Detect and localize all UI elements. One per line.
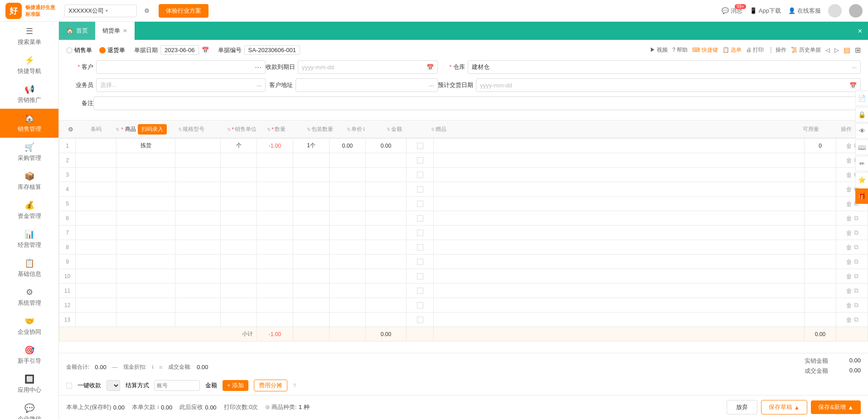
gift-checkbox[interactable] (417, 201, 423, 207)
cell-unit[interactable] (221, 284, 257, 298)
one-click-pay-checkbox[interactable] (66, 383, 72, 389)
fee-split-btn[interactable]: 费用分摊 (254, 380, 287, 391)
cell-gift[interactable] (407, 168, 434, 182)
copy-row-icon[interactable]: ⧉ (854, 258, 858, 265)
float-btn-5[interactable]: ✏ (855, 156, 868, 171)
print-link[interactable]: 🖨 打印 (746, 46, 764, 54)
cell-qty[interactable] (257, 298, 293, 313)
warehouse-dots[interactable]: ··· (852, 64, 857, 71)
cell-product[interactable] (116, 240, 175, 255)
close-window-icon[interactable]: ✕ (858, 28, 863, 34)
cell-unit[interactable] (221, 153, 257, 168)
estimated-delivery-calendar-icon[interactable]: 📅 (849, 82, 857, 89)
cell-amount[interactable] (366, 269, 407, 284)
delete-row-icon[interactable]: 🗑 (846, 316, 852, 323)
gift-checkbox[interactable] (417, 172, 423, 178)
account-input[interactable] (155, 380, 200, 391)
cell-gift[interactable] (407, 255, 434, 269)
avatar-2[interactable] (849, 4, 863, 18)
cell-price[interactable] (330, 240, 366, 255)
sidebar-item-enterprise[interactable]: 🤝 企业协同 (0, 312, 58, 341)
shortcut-link[interactable]: ⌨ 快捷键 (692, 46, 718, 54)
tab-home[interactable]: 🏠 首页 (59, 22, 95, 40)
cell-barcode[interactable] (76, 153, 116, 168)
cell-pkgqty[interactable] (293, 211, 330, 226)
company-selector[interactable]: XXXXXX公司 ▾ (64, 5, 137, 17)
sidebar-item-marketing[interactable]: 📢 营销推广 (0, 80, 58, 109)
cell-product[interactable]: 拣货 (116, 139, 175, 153)
cell-price[interactable] (330, 153, 366, 168)
float-btn-2[interactable]: 🔒 (855, 107, 868, 122)
cell-unit[interactable] (221, 269, 257, 284)
save-draft-btn[interactable]: 保存草稿 ▲ (761, 400, 808, 414)
cell-qty[interactable] (257, 313, 293, 327)
cell-amount[interactable] (366, 240, 407, 255)
cell-gift[interactable] (407, 153, 434, 168)
float-btn-1[interactable]: 📄 (855, 91, 868, 106)
delete-row-icon[interactable]: 🗑 (846, 258, 852, 265)
cell-amount[interactable] (366, 153, 407, 168)
gift-checkbox[interactable] (417, 259, 423, 265)
cell-gift[interactable] (407, 226, 434, 240)
delete-row-icon[interactable]: 🗑 (846, 229, 852, 236)
sidebar-item-quick-nav[interactable]: ⚡ 快捷导航 (0, 51, 58, 80)
float-btn-7[interactable]: 🎁 (855, 188, 868, 204)
delete-row-icon[interactable]: 🗑 (846, 171, 852, 178)
copy-row-icon[interactable]: ⧉ (854, 243, 858, 251)
cell-unit[interactable] (221, 168, 257, 182)
collection-date-input[interactable]: yyyy-mm-dd 📅 (298, 60, 438, 74)
customer-dots[interactable]: ··· (255, 63, 262, 72)
cell-qty[interactable] (257, 197, 293, 211)
cell-spec[interactable] (175, 298, 221, 313)
cell-spec[interactable] (175, 182, 221, 197)
cell-price[interactable] (330, 197, 366, 211)
cell-product[interactable] (116, 313, 175, 327)
cell-price[interactable] (330, 255, 366, 269)
cell-spec[interactable] (175, 197, 221, 211)
cell-product[interactable] (116, 197, 175, 211)
table-settings-icon[interactable]: ⚙ (65, 123, 77, 135)
cell-barcode[interactable] (76, 313, 116, 327)
cell-amount[interactable] (366, 168, 407, 182)
copy-row-icon[interactable]: ⧉ (854, 272, 858, 280)
cell-price[interactable] (330, 269, 366, 284)
message-item[interactable]: 💬 消息 99+ (722, 7, 742, 15)
cell-product[interactable] (116, 298, 175, 313)
cell-qty[interactable] (257, 211, 293, 226)
cell-amount[interactable] (366, 298, 407, 313)
cell-pkgqty[interactable] (293, 226, 330, 240)
delete-row-icon[interactable]: 🗑 (846, 244, 852, 251)
cell-product[interactable] (116, 168, 175, 182)
online-service-item[interactable]: 👤 在线客服 (788, 7, 821, 15)
delete-row-icon[interactable]: 🗑 (846, 302, 852, 309)
cell-pkgqty[interactable] (293, 182, 330, 197)
gift-checkbox[interactable] (417, 302, 423, 308)
sidebar-item-apps[interactable]: 🔲 应用中心 (0, 370, 58, 399)
cell-product[interactable] (116, 211, 175, 226)
cell-unit[interactable] (221, 240, 257, 255)
cell-amount[interactable] (366, 226, 407, 240)
cell-unit[interactable] (221, 298, 257, 313)
cell-product[interactable] (116, 284, 175, 298)
cell-barcode[interactable] (76, 240, 116, 255)
float-btn-3[interactable]: 👁 (855, 123, 868, 139)
cell-unit[interactable] (221, 313, 257, 327)
cell-qty[interactable] (257, 269, 293, 284)
cell-unit[interactable]: 个 (221, 139, 257, 153)
cell-spec[interactable] (175, 313, 221, 327)
salesperson-dots[interactable]: ··· (257, 82, 262, 89)
cell-gift[interactable] (407, 197, 434, 211)
cell-pkgqty[interactable] (293, 313, 330, 327)
sort-icon-spec[interactable]: ⇅ (178, 127, 182, 132)
grid-view-icon[interactable]: ⊞ (855, 46, 861, 54)
cell-spec[interactable] (175, 226, 221, 240)
cell-pkgqty[interactable] (293, 284, 330, 298)
cell-spec[interactable] (175, 284, 221, 298)
cell-product[interactable] (116, 226, 175, 240)
cell-qty[interactable] (257, 168, 293, 182)
estimated-delivery-input[interactable]: yyyy-mm-dd 📅 (476, 78, 861, 92)
list-view-icon[interactable]: ▤ (844, 46, 850, 54)
gift-checkbox[interactable] (417, 215, 423, 222)
history-link[interactable]: 📜 历史单据 (791, 46, 821, 54)
cell-qty[interactable] (257, 284, 293, 298)
